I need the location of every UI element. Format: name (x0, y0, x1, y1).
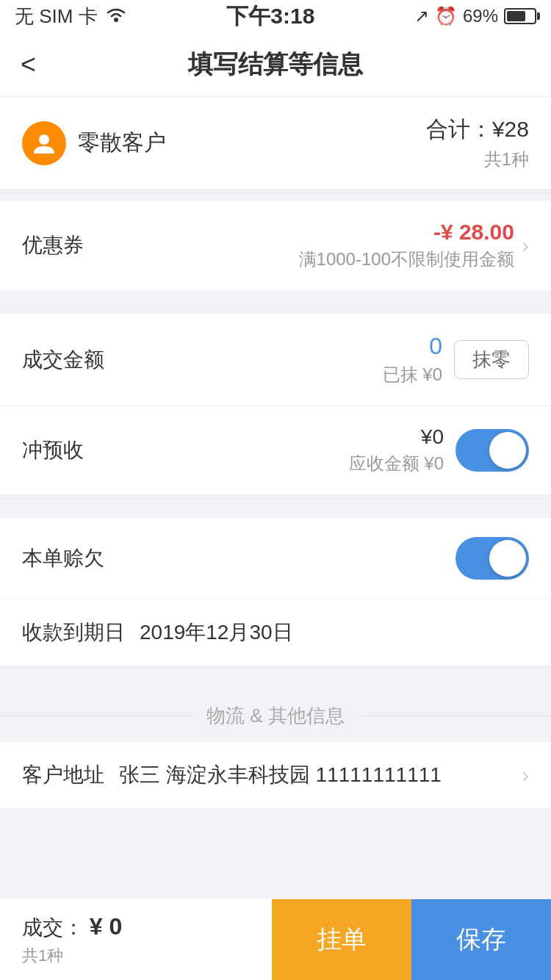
coupon-section: 优惠券 -¥ 28.00 满1000-100不限制使用金额 › (0, 201, 551, 290)
prepayment-right: ¥0 应收金额 ¥0 (349, 425, 529, 475)
bottom-deal-label: 成交： (22, 916, 84, 939)
customer-name: 零散客户 (78, 128, 166, 158)
prepayment-row: 冲预收 ¥0 应收金额 ¥0 (0, 406, 551, 494)
section-divider-4 (0, 820, 551, 832)
bottom-deal-amount: ¥ 0 (90, 913, 122, 940)
credit-section: 本单赊欠 收款到期日 2019年12月30日 (0, 518, 551, 666)
bottom-bar: 成交： ¥ 0 共1种 挂单 保存 (0, 899, 551, 980)
credit-row: 本单赊欠 (0, 518, 551, 599)
transaction-row: 成交金额 0 已抹 ¥0 抹零 (0, 314, 551, 406)
toggle-knob (489, 432, 526, 469)
coupon-desc: 满1000-100不限制使用金额 (299, 248, 514, 271)
status-time: 下午3:18 (226, 1, 314, 32)
carrier-text: 无 SIM 卡 (15, 4, 98, 29)
location-icon: ↗ (414, 6, 429, 26)
transaction-right: 0 已抹 ¥0 抹零 (383, 333, 529, 386)
coupon-discount: -¥ 28.00 (299, 220, 514, 245)
address-row[interactable]: 客户地址 张三 海淀永丰科技园 11111111111 › (0, 742, 551, 808)
customer-row: 零散客户 合计：¥28 共1种 (0, 97, 551, 189)
coupon-row[interactable]: 优惠券 -¥ 28.00 满1000-100不限制使用金额 › (0, 201, 551, 290)
prepayment-sub: 应收金额 ¥0 (349, 452, 444, 475)
status-bar: 无 SIM 卡 下午3:18 ↗ ⏰ 69% (0, 0, 551, 32)
transaction-label: 成交金额 (22, 346, 104, 374)
coupon-right: -¥ 28.00 满1000-100不限制使用金额 › (299, 220, 529, 271)
customer-info: 零散客户 (22, 121, 166, 165)
section-divider-2 (0, 506, 551, 518)
page-title: 填写结算等信息 (188, 48, 363, 82)
alarm-icon: ⏰ (435, 6, 457, 26)
battery-percent: 69% (463, 6, 498, 26)
main-content: 零散客户 合计：¥28 共1种 优惠券 -¥ 28.00 满1000-100不限… (0, 97, 551, 920)
credit-toggle-knob (489, 540, 526, 577)
moling-button[interactable]: 抹零 (454, 340, 529, 379)
nav-bar: < 填写结算等信息 (0, 32, 551, 97)
address-value: 张三 海淀永丰科技园 11111111111 (119, 761, 522, 789)
bottom-count: 共1种 (22, 945, 250, 967)
section-divider-1 (0, 302, 551, 314)
address-chevron-icon: › (522, 763, 529, 788)
customer-section: 零散客户 合计：¥28 共1种 (0, 97, 551, 189)
credit-toggle[interactable] (455, 537, 529, 580)
prepayment-toggle[interactable] (455, 429, 529, 472)
transaction-value: 0 (383, 333, 442, 360)
logistics-label: 物流 & 其他信息 (192, 703, 359, 729)
transaction-value-group: 0 已抹 ¥0 (383, 333, 442, 386)
status-left: 无 SIM 卡 (15, 4, 127, 29)
wifi-icon (105, 5, 127, 28)
prepayment-value-group: ¥0 应收金额 ¥0 (349, 425, 444, 475)
transaction-section: 成交金额 0 已抹 ¥0 抹零 冲预收 ¥0 应收金额 ¥0 (0, 314, 551, 494)
status-right: ↗ ⏰ 69% (414, 6, 536, 26)
coupon-values: -¥ 28.00 满1000-100不限制使用金额 (299, 220, 514, 271)
total-amount: 合计：¥28 (426, 115, 529, 145)
save-button[interactable]: 保存 (411, 899, 551, 980)
prepayment-label: 冲预收 (22, 436, 84, 464)
due-date-value: 2019年12月30日 (140, 619, 293, 646)
customer-total: 合计：¥28 共1种 (426, 115, 529, 171)
back-button[interactable]: < (21, 49, 36, 80)
address-label: 客户地址 (22, 761, 104, 789)
transaction-sub: 已抹 ¥0 (383, 363, 442, 386)
pending-button[interactable]: 挂单 (272, 899, 411, 980)
svg-point-0 (114, 18, 118, 22)
coupon-label: 优惠券 (22, 231, 84, 259)
address-section: 客户地址 张三 海淀永丰科技园 11111111111 › (0, 742, 551, 808)
prepayment-value: ¥0 (349, 425, 444, 449)
svg-point-1 (39, 134, 49, 145)
chevron-right-icon: › (522, 233, 529, 258)
avatar (22, 121, 66, 165)
logistics-separator: 物流 & 其他信息 (0, 689, 551, 742)
battery-icon (504, 8, 536, 24)
bottom-deal-row: 成交： ¥ 0 (22, 913, 250, 942)
bottom-info: 成交： ¥ 0 共1种 (0, 913, 272, 967)
total-count: 共1种 (426, 148, 529, 171)
due-date-label: 收款到期日 (22, 619, 125, 646)
credit-label: 本单赊欠 (22, 544, 104, 572)
section-divider-3 (0, 677, 551, 689)
due-date-row: 收款到期日 2019年12月30日 (0, 599, 551, 666)
